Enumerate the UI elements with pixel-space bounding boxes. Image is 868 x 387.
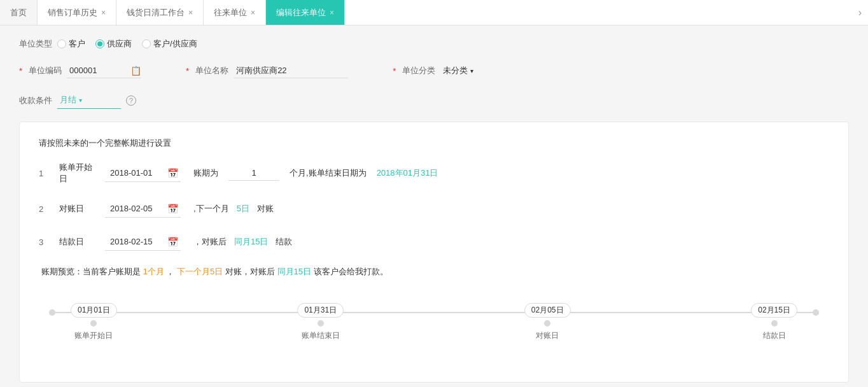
preview-highlight3: 同月15日 bbox=[277, 267, 311, 276]
row-3-num: 3 bbox=[39, 237, 52, 247]
radio-customer-label: 客户 bbox=[69, 38, 85, 50]
timeline-point-2: 02月05日 对账日 bbox=[524, 303, 571, 341]
unit-code-input[interactable] bbox=[67, 63, 130, 78]
radio-group: 客户 供应商 客户/供应商 bbox=[57, 38, 197, 50]
tab-home-label: 首页 bbox=[10, 7, 27, 18]
card-title: 请按照未来的一个完整帐期进行设置 bbox=[39, 137, 829, 149]
radio-customer-circle bbox=[57, 39, 66, 48]
row-3-date-input[interactable] bbox=[108, 234, 165, 249]
row-2-date-wrap: 📅 bbox=[105, 200, 181, 218]
unit-category-value: 未分类 bbox=[443, 65, 468, 76]
row-1-cal-icon[interactable]: 📅 bbox=[167, 168, 178, 178]
tab-edit-partner-close[interactable]: × bbox=[330, 8, 334, 17]
tab-cash-work[interactable]: 钱货日清工作台 × bbox=[116, 0, 204, 25]
tab-partner-close[interactable]: × bbox=[251, 8, 255, 17]
row-2-suffix-2: 对账 bbox=[257, 203, 274, 215]
row-2-suffix-1: ,下一个月 bbox=[193, 203, 229, 215]
unit-code-icon[interactable]: 📋 bbox=[130, 66, 141, 76]
tab-cash-work-close[interactable]: × bbox=[188, 8, 193, 17]
unit-category-label: 单位分类 bbox=[402, 65, 435, 76]
radio-supplier-label: 供应商 bbox=[107, 38, 132, 50]
timeline-badge-3: 02月15日 bbox=[751, 303, 797, 318]
timeline-dot-3 bbox=[771, 320, 778, 327]
timeline-dot-0 bbox=[90, 320, 97, 327]
tab-partner[interactable]: 往来单位 × bbox=[204, 0, 266, 25]
payment-row: 收款条件 月结 ▾ ? bbox=[19, 92, 849, 109]
row-2-num: 2 bbox=[39, 204, 52, 214]
timeline-points: 01月01日 账单开始日 01月31日 账单结束日 02月05日 对账日 02月… bbox=[52, 303, 816, 341]
timeline-point-0: 01月01日 账单开始日 bbox=[71, 303, 117, 341]
unit-code-label: 单位编码 bbox=[29, 65, 62, 76]
main-content: 单位类型 客户 供应商 客户/供应商 * 单位编码 bbox=[0, 25, 868, 387]
timeline-point-3: 02月15日 结款日 bbox=[751, 303, 797, 341]
timeline-dot-1 bbox=[318, 320, 324, 327]
tab-sales-history-close[interactable]: × bbox=[101, 8, 106, 17]
tab-cash-work-label: 钱货日清工作台 bbox=[127, 7, 185, 18]
radio-both-label: 客户/供应商 bbox=[153, 38, 197, 50]
billing-row-2: 2 对账日 📅 ,下一个月 5日 对账 bbox=[39, 200, 829, 218]
preview-middle1: ， bbox=[166, 267, 174, 276]
timeline-label-2: 对账日 bbox=[536, 330, 559, 341]
unit-type-field: 单位类型 客户 供应商 客户/供应商 bbox=[19, 38, 197, 50]
timeline-badge-2: 02月05日 bbox=[524, 303, 571, 318]
preview-prefix: 账期预览：当前客户账期是 bbox=[41, 267, 141, 276]
row-3-label: 结款日 bbox=[59, 236, 97, 248]
timeline-label-0: 账单开始日 bbox=[74, 330, 113, 341]
preview-highlight1: 1个月 bbox=[143, 267, 164, 276]
timeline-label-3: 结款日 bbox=[763, 330, 786, 341]
row-3-suffix-1: ，对账后 bbox=[193, 236, 227, 248]
row-2-label: 对账日 bbox=[59, 203, 97, 215]
tab-edit-partner[interactable]: 编辑往来单位 × bbox=[266, 0, 345, 25]
row-2-highlight: 5日 bbox=[237, 203, 249, 215]
payment-terms-label: 收款条件 bbox=[19, 95, 52, 106]
row-1-suffix-post: 个月,账单结束日期为 bbox=[290, 167, 367, 179]
row-3-date-wrap: 📅 bbox=[105, 233, 181, 251]
unit-name-field: * 单位名称 bbox=[186, 63, 348, 78]
row-3-highlight: 同月15日 bbox=[234, 236, 268, 248]
radio-customer[interactable]: 客户 bbox=[57, 38, 85, 50]
unit-code-field: * 单位编码 📋 bbox=[19, 63, 141, 78]
timeline: 01月01日 账单开始日 01月31日 账单结束日 02月05日 对账日 02月… bbox=[39, 293, 829, 367]
row-1-suffix-pre: 账期为 bbox=[193, 167, 218, 179]
row-1-num: 1 bbox=[39, 169, 52, 178]
timeline-badge-1: 01月31日 bbox=[297, 303, 344, 318]
help-icon[interactable]: ? bbox=[126, 95, 136, 106]
unit-category-field: * 单位分类 未分类 ▾ bbox=[393, 62, 491, 79]
tab-sales-history-label: 销售订单历史 bbox=[48, 7, 97, 18]
unit-name-required: * bbox=[186, 66, 189, 76]
payment-terms-field: 收款条件 月结 ▾ ? bbox=[19, 92, 136, 109]
row-2-date-input[interactable] bbox=[108, 201, 165, 216]
row-1-date-input[interactable] bbox=[108, 165, 165, 180]
row-3-suffix-2: 结款 bbox=[276, 236, 292, 248]
unit-category-required: * bbox=[393, 66, 396, 76]
radio-supplier[interactable]: 供应商 bbox=[95, 38, 132, 50]
billing-card: 请按照未来的一个完整帐期进行设置 1 账单开始日 📅 账期为 个月,账单结束日期… bbox=[19, 122, 849, 383]
radio-both[interactable]: 客户/供应商 bbox=[142, 38, 197, 50]
unit-name-input[interactable] bbox=[234, 63, 348, 78]
unit-name-label: 单位名称 bbox=[195, 65, 228, 76]
preview-text: 账期预览：当前客户账期是 1个月 ， 下一个月5日 对账，对账后 同月15日 该… bbox=[39, 266, 829, 278]
unit-category-select[interactable]: 未分类 ▾ bbox=[440, 62, 491, 79]
preview-highlight2: 下一个月5日 bbox=[177, 267, 223, 276]
period-input[interactable] bbox=[228, 165, 279, 181]
row-3-cal-icon[interactable]: 📅 bbox=[167, 237, 178, 247]
tab-sales-history[interactable]: 销售订单历史 × bbox=[38, 0, 116, 25]
unit-type-row: 单位类型 客户 供应商 客户/供应商 bbox=[19, 38, 849, 50]
timeline-label-1: 账单结束日 bbox=[302, 330, 340, 341]
tab-more-button[interactable]: › bbox=[852, 7, 868, 18]
unit-info-row: * 单位编码 📋 * 单位名称 * 单位分类 未分类 ▾ bbox=[19, 62, 849, 79]
tab-bar: 首页 销售订单历史 × 钱货日清工作台 × 往来单位 × 编辑往来单位 × › bbox=[0, 0, 868, 25]
payment-terms-select[interactable]: 月结 ▾ bbox=[57, 92, 121, 109]
payment-terms-chevron: ▾ bbox=[79, 97, 82, 104]
timeline-badge-0: 01月01日 bbox=[71, 303, 117, 318]
unit-type-label: 单位类型 bbox=[19, 38, 52, 50]
preview-suffix: 该客户会给我打款。 bbox=[314, 267, 388, 276]
timeline-dot-2 bbox=[544, 320, 550, 327]
row-1-date-highlight: 2018年01月31日 bbox=[377, 167, 438, 179]
radio-both-circle bbox=[142, 39, 151, 48]
payment-terms-value: 月结 bbox=[60, 94, 76, 106]
tab-home[interactable]: 首页 bbox=[0, 0, 38, 25]
unit-code-input-wrap: 📋 bbox=[67, 63, 141, 78]
billing-row-3: 3 结款日 📅 ，对账后 同月15日 结款 bbox=[39, 233, 829, 251]
row-2-cal-icon[interactable]: 📅 bbox=[167, 204, 178, 214]
